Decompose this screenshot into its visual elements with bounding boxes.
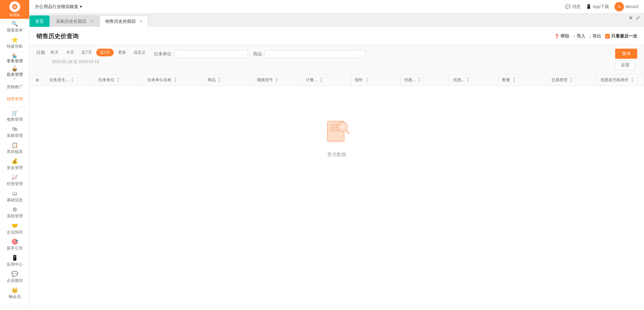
col-partner-name[interactable]: 往来单位名称 ▲▼ [144,74,204,86]
logo-text: 标准版 [10,13,20,17]
col-discount2-label: 优惠... [453,78,465,82]
sidebar-item-search-menu[interactable]: 🔍 搜索菜单 [0,19,30,35]
sidebar-item-label: 批发管理 [7,72,23,78]
col-partner-code[interactable]: 往来单位 ▲▼ [95,74,144,86]
sidebar-item-system[interactable]: ⚙ 系统管理 [0,205,30,221]
tab-home-label: 首页 [35,18,44,24]
col-spec[interactable]: 规格型号 ▲▼ [253,74,302,86]
search-button[interactable]: 查询 [615,49,637,59]
col-unit[interactable]: 计量... ▲▼ [302,74,351,86]
date-btn-yesterday[interactable]: 昨天 [48,49,62,56]
col-pretax-price[interactable]: 优惠前无税单价 ▲▼ [597,74,644,86]
user-profile[interactable]: D demo2 [614,2,639,11]
divider [5,106,25,107]
sort-arrows: ▲▼ [275,77,278,83]
tab-sales-history-close[interactable]: ✕ [139,19,143,24]
col-discount2[interactable]: 优惠... ▲▼ [449,74,498,86]
sidebar-item-operations[interactable]: 📈 经营管理 [0,172,30,189]
avatar: D [614,2,624,11]
only-last-checkbox[interactable] [605,34,610,39]
search-menu-icon: 🔍 [11,20,18,27]
svg-text:畅: 畅 [13,5,16,9]
tab-sales-history[interactable]: 销售历史价跟踪 ✕ [100,15,148,27]
col-spec-label: 规格型号 [257,78,273,82]
expand-button[interactable]: ⤢ [636,15,640,21]
date-btn-last7days[interactable]: 近7天 [78,49,95,56]
sidebar-item-purchase[interactable]: 🛍 采购管理 [0,124,30,140]
partner-dots: ... [241,52,245,56]
sidebar-item-wholesale-mgmt[interactable]: 📦 批发管理 ▴ [0,67,30,81]
sidebar-item-guide[interactable]: 🎯 新手引导 [0,237,30,253]
col-product[interactable]: 商品 ▲▼ [204,74,253,86]
help-icon: ❓ [554,34,559,39]
filter-product-item: 商品 ... ... [253,50,365,58]
logo-icon: 畅 [9,1,20,12]
product-dots: ... [359,52,362,56]
export-button[interactable]: ↓ 导出 [589,33,601,39]
col-trade-type-label: 交易类型 [551,78,568,82]
sort-arrows: ▲▼ [513,77,516,83]
app-download-button[interactable]: 📱 App下载 [586,4,609,10]
avatar-text: D [618,5,621,9]
import-button[interactable]: ↑ 导入 [573,33,585,39]
tab-purchase-history-close[interactable]: ✕ [90,19,93,24]
col-price[interactable]: 报价 ▲▼ [352,74,400,86]
col-quantity[interactable]: 数量 ▲▼ [499,74,548,86]
sidebar-item-sales-mgmt[interactable]: 销售管理 [0,93,30,105]
sidebar-item-retail-mgmt[interactable]: 🏪 零售管理 ▾ [0,54,30,67]
export-icon: ↓ [589,34,592,39]
sidebar-item-app-center[interactable]: 📱 应用中心 [0,253,30,269]
page-header: 销售历史价查询 ❓ 帮助 ↑ 导入 ↓ 导出 [30,27,644,45]
col-partner-code-label: 往来单位 [98,78,114,82]
tab-purchase-history[interactable]: 采购历史价跟踪 ✕ [50,15,99,27]
partner-placeholder: ... [177,52,180,56]
sidebar-item-finance[interactable]: 💰 资金管理 [0,156,30,172]
logo: 畅 标准版 [0,0,30,19]
app-title: 办公用品行业模拟账套 [35,4,78,10]
help-button[interactable]: ❓ 帮助 [554,33,569,39]
date-btn-today[interactable]: 今天 [63,49,77,56]
sidebar-item-label: 基础信息 [7,197,23,203]
col-trade-type[interactable]: 交易类型 ▲▼ [548,74,597,86]
date-range-text: 2023-02-18 至 2023-03-18 [52,59,99,65]
product-input[interactable]: ... ... [265,50,365,58]
table-area: ⚙ 业务发生... ▲▼ 往来单位 ▲▼ 往来单位名称 ▲▼ [30,74,644,310]
import-label: 导入 [577,33,585,39]
date-btn-more[interactable]: 更多 [115,49,129,56]
empty-text: 暂无数据 [327,152,346,158]
sidebar-item-quick-nav[interactable]: ⭐ 快捷导航 [0,35,30,51]
sidebar-item-enterprise[interactable]: 🤝 企业协同 [0,221,30,237]
sidebar-item-label: 经营管理 [7,181,23,187]
sidebar-item-label: 零售管理 [7,58,23,64]
col-product-label: 商品 [208,78,216,82]
empty-icon [320,113,354,146]
sidebar-item-ecommerce[interactable]: 🛒 电商管理 [0,108,30,124]
close-all-tabs-button[interactable]: ✕ [629,15,633,21]
sort-arrows: ▲▼ [174,77,177,83]
tab-home[interactable]: 首页 [30,15,50,27]
sidebar-item-inventory[interactable]: 📋 库存核算 [0,140,30,156]
svg-rect-6 [330,127,338,128]
date-btn-last1month[interactable]: 近1月 [96,49,114,56]
sort-arrows: ▲▼ [320,77,322,83]
sidebar-item-wechat[interactable]: 💬 企业微信 [0,269,30,285]
col-discount1[interactable]: 优惠... ▲▼ [400,74,449,86]
message-button[interactable]: 💬 消息 [565,4,581,10]
settings-button[interactable]: 设置 [615,60,635,70]
sidebar-item-marketing[interactable]: 营销推广 [0,81,30,93]
sort-arrows: ▲▼ [631,77,634,83]
sidebar-item-vip[interactable]: 👑 畅会员 [0,285,30,301]
sort-arrows: ▲▼ [467,77,470,83]
col-biz-date[interactable]: 业务发生... ▲▼ [46,74,95,86]
date-btn-custom[interactable]: 自定义 [130,49,149,56]
sidebar-item-label: 应用中心 [7,262,23,267]
col-price-label: 报价 [355,78,363,82]
sidebar-item-basics[interactable]: 🗂 基础信息 [0,189,30,205]
filter-partner-item: 往来单位 ... ... [154,50,248,58]
filter-col-left: 日期 昨天 今天 近7天 近1月 更多 自定义 2023-02-18 至 202… [36,49,149,65]
partner-input[interactable]: ... ... [174,50,248,58]
col-settings[interactable]: ⚙ [30,74,46,86]
help-label: 帮助 [560,33,569,39]
app-title-dropdown[interactable]: 办公用品行业模拟账套 ▾ [35,4,82,10]
quick-nav-icon: ⭐ [11,37,18,43]
